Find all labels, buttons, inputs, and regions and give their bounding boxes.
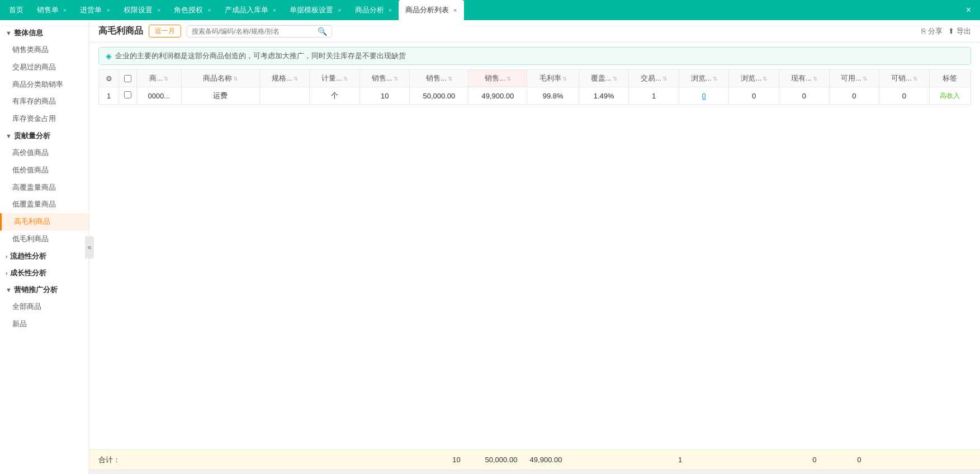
sidebar-collapse-button[interactable]: « — [85, 236, 94, 259]
sidebar-group-overall[interactable]: ▼ 整体信息 — [0, 25, 89, 41]
arrow-marketing-icon: ▼ — [6, 287, 12, 293]
cell-gross-margin: 99.8% — [527, 87, 579, 105]
cell-checkbox[interactable] — [119, 87, 137, 105]
collapse-icon: « — [87, 243, 91, 251]
footer-code — [255, 456, 300, 464]
sort-coverage-icon[interactable]: ⇅ — [613, 76, 617, 82]
nav-purchase-order[interactable]: 进货单 × — [73, 0, 116, 20]
col-gross-margin[interactable]: 毛利率⇅ — [527, 70, 579, 87]
close-doc-template-icon[interactable]: × — [338, 0, 341, 20]
col-spec[interactable]: 规格...⇅ — [259, 70, 310, 87]
col-available[interactable]: 可用...⇅ — [829, 70, 879, 87]
col-sales-amount[interactable]: 销售...⇅ — [410, 70, 468, 87]
sidebar-container: ▼ 整体信息 销售类商品 交易过的商品 商品分类助销率 有库存的商品 库存资金占… — [0, 20, 89, 474]
content-area: 高毛利商品 近一月 🔍 ⎘ 分享 ⬆ 导出 ◈ 企业的主要的利润都是这部分商品创… — [89, 20, 980, 474]
sidebar-item-all-goods[interactable]: 全部商品 — [0, 298, 89, 316]
nav-product-inbound[interactable]: 产成品入库单 × — [218, 0, 283, 20]
col-code[interactable]: 商...⇅ — [137, 70, 182, 87]
sidebar-item-high-margin[interactable]: 高毛利商品 — [0, 213, 89, 231]
cell-coverage: 1.49% — [579, 87, 629, 105]
arrow-growth-icon: › — [6, 270, 8, 276]
col-browse1[interactable]: 浏览...⇅ — [679, 70, 729, 87]
close-purchase-order-icon[interactable]: × — [106, 0, 110, 20]
arrow-contribution-icon: ▼ — [6, 133, 12, 139]
cell-browse1[interactable]: 0 — [679, 87, 729, 105]
select-all-checkbox[interactable] — [124, 75, 131, 82]
share-button[interactable]: ⎘ 分享 — [921, 26, 943, 36]
nav-product-analysis[interactable]: 商品分析 × — [348, 0, 399, 20]
col-transaction[interactable]: 交易...⇅ — [629, 70, 679, 87]
col-name[interactable]: 商品名称⇅ — [181, 70, 259, 87]
sort-code-icon[interactable]: ⇅ — [164, 76, 168, 82]
col-sales-net[interactable]: 销售...⇅ — [468, 70, 527, 87]
sidebar-group-contribution[interactable]: ▼ 贡献量分析 — [0, 128, 89, 144]
sidebar-item-high-coverage[interactable]: 高覆盖量商品 — [0, 179, 89, 196]
arrow-overall-icon: ▼ — [6, 30, 12, 36]
sort-gross-margin-icon[interactable]: ⇅ — [562, 76, 567, 82]
sidebar: ▼ 整体信息 销售类商品 交易过的商品 商品分类助销率 有库存的商品 库存资金占… — [0, 20, 89, 474]
sidebar-item-new-goods[interactable]: 新品 — [0, 316, 89, 333]
close-product-analysis-icon[interactable]: × — [389, 0, 392, 20]
nav-doc-template[interactable]: 单据模板设置 × — [283, 0, 348, 20]
sort-spec-icon[interactable]: ⇅ — [293, 76, 298, 82]
sidebar-group-growth[interactable]: › 成长性分析 — [0, 265, 89, 281]
col-settings[interactable]: ⚙ — [99, 70, 119, 87]
window-close-icon[interactable]: × — [959, 5, 978, 15]
period-button[interactable]: 近一月 — [149, 25, 181, 37]
close-analysis-list-icon[interactable]: × — [453, 0, 457, 20]
col-checkbox[interactable] — [119, 70, 137, 87]
footer-browse2 — [747, 456, 792, 464]
search-input[interactable] — [192, 27, 318, 35]
sidebar-item-sales-goods[interactable]: 销售类商品 — [0, 41, 89, 59]
close-permission-icon[interactable]: × — [157, 0, 160, 20]
sidebar-item-stock-capital[interactable]: 库存资金占用 — [0, 110, 89, 128]
table-row: 1 0000... 运费 个 10 50,000.00 49,900.00 99… — [99, 87, 971, 105]
info-icon: ◈ — [106, 51, 112, 60]
sidebar-item-category-rate[interactable]: 商品分类助销率 — [0, 76, 89, 93]
col-browse2[interactable]: 浏览...⇅ — [729, 70, 779, 87]
total-label: 合计： — [98, 455, 165, 465]
close-role-auth-icon[interactable]: × — [207, 0, 211, 20]
sort-sales-qty-icon[interactable]: ⇅ — [394, 76, 398, 82]
nav-permission-settings[interactable]: 权限设置 × — [117, 0, 167, 20]
sort-available-icon[interactable]: ⇅ — [863, 76, 867, 82]
search-icon[interactable]: 🔍 — [318, 27, 327, 36]
sort-transaction-icon[interactable]: ⇅ — [662, 76, 667, 82]
export-button[interactable]: ⬆ 导出 — [948, 26, 971, 36]
sidebar-item-low-coverage[interactable]: 低覆盖量商品 — [0, 196, 89, 213]
sort-stock-icon[interactable]: ⇅ — [813, 76, 817, 82]
nav-product-analysis-list[interactable]: 商品分析列表 × — [399, 0, 463, 20]
col-sales-qty[interactable]: 销售...⇅ — [359, 70, 410, 87]
nav-home[interactable]: 首页 — [2, 0, 30, 20]
sort-browse2-icon[interactable]: ⇅ — [763, 76, 767, 82]
footer-current-stock: 0 — [792, 456, 837, 464]
nav-sales-order[interactable]: 销售单 × — [30, 0, 73, 20]
close-product-inbound-icon[interactable]: × — [273, 0, 276, 20]
search-box: 🔍 — [187, 25, 332, 37]
col-tag[interactable]: 标签 — [929, 70, 970, 87]
nav-role-auth[interactable]: 角色授权 × — [167, 0, 217, 20]
sort-unit-icon[interactable]: ⇅ — [343, 76, 348, 82]
sort-name-icon[interactable]: ⇅ — [233, 76, 238, 82]
col-coverage[interactable]: 覆盖...⇅ — [579, 70, 629, 87]
bottom-scrollbar[interactable] — [89, 470, 980, 474]
sort-sales-net-icon[interactable]: ⇅ — [506, 76, 511, 82]
sidebar-item-low-value[interactable]: 低价值商品 — [0, 162, 89, 179]
sort-sales-amount-icon[interactable]: ⇅ — [448, 76, 452, 82]
col-unit[interactable]: 计量...⇅ — [310, 70, 360, 87]
content-header: 高毛利商品 近一月 🔍 ⎘ 分享 ⬆ 导出 — [89, 20, 980, 43]
sort-browse1-icon[interactable]: ⇅ — [713, 76, 717, 82]
sidebar-item-in-stock-goods[interactable]: 有库存的商品 — [0, 93, 89, 110]
sidebar-group-trend[interactable]: › 流趋性分析 — [0, 248, 89, 265]
sidebar-group-marketing[interactable]: ▼ 营销推广分析 — [0, 281, 89, 298]
sidebar-item-traded-goods[interactable]: 交易过的商品 — [0, 59, 89, 76]
col-current-stock[interactable]: 现有...⇅ — [779, 70, 830, 87]
page-title: 高毛利商品 — [98, 25, 143, 37]
settings-icon[interactable]: ⚙ — [106, 74, 112, 83]
sidebar-item-high-value[interactable]: 高价值商品 — [0, 144, 89, 162]
sidebar-item-low-margin[interactable]: 低毛利商品 — [0, 231, 89, 248]
col-sellable[interactable]: 可销...⇅ — [879, 70, 930, 87]
close-sales-order-icon[interactable]: × — [63, 0, 67, 20]
footer-total: 合计： 10 50,000.00 49,900.00 1 0 0 — [89, 449, 980, 470]
sort-sellable-icon[interactable]: ⇅ — [913, 76, 917, 82]
